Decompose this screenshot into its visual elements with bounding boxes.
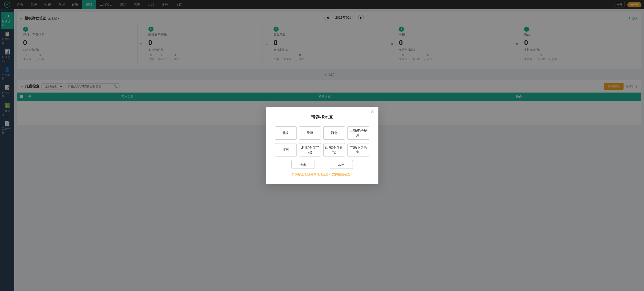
modal-overlay[interactable]: ✕ 请选择地区 北京 天津 河北 上海(电子税局) 江苏 浙江(不含宁波) 山东… (0, 0, 644, 291)
region-btn-tianjin[interactable]: 天津 (299, 126, 321, 140)
region-btn-shandong[interactable]: 山东(不含青岛) (323, 143, 345, 156)
modal-close-button[interactable]: ✕ (370, 110, 374, 114)
region-btn-hebei[interactable]: 河北 (323, 126, 345, 140)
region-btn-jiangsu[interactable]: 江苏 (275, 143, 297, 156)
region-grid-row3: 海南 云南 (275, 160, 369, 169)
modal-title: 请选择地区 (275, 114, 369, 120)
modal-box: ✕ 请选择地区 北京 天津 河北 上海(电子税局) 江苏 浙江(不含宁波) 山东… (266, 107, 378, 184)
region-btn-zhejiang[interactable]: 浙江(不含宁波) (299, 143, 321, 156)
region-grid-row2: 江苏 浙江(不含宁波) 山东(不含青岛) 广东(不含深圳) (275, 143, 369, 156)
region-btn-beijing[interactable]: 北京 (275, 126, 297, 140)
region-btn-guangdong[interactable]: 广东(不含深圳) (347, 143, 369, 156)
region-btn-hainan[interactable]: 海南 (291, 160, 314, 169)
region-btn-yunnan[interactable]: 云南 (330, 160, 353, 169)
region-btn-shanghai[interactable]: 上海(电子税局) (347, 126, 369, 140)
modal-warning: ⓘ 除以上地区外其他地区暂不支持报税检查！ (275, 172, 369, 177)
region-grid-row1: 北京 天津 河北 上海(电子税局) (275, 126, 369, 140)
